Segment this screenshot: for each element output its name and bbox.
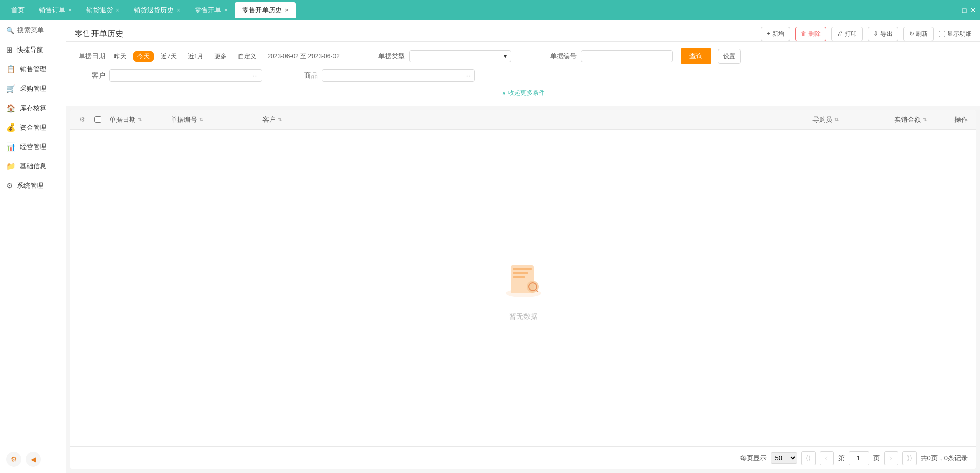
prev-page-btn[interactable]: ﹤ (820, 451, 834, 465)
date-last7-btn[interactable]: 近7天 (156, 51, 181, 62)
sidebar-item-finance-label: 资金管理 (20, 123, 46, 132)
first-page-btn[interactable]: ⟨⟨ (801, 451, 816, 465)
show-detail-text: 显示明细 (947, 30, 972, 38)
sidebar-item-inventory-label: 库存核算 (20, 104, 46, 113)
th-checkbox[interactable] (90, 116, 105, 123)
th-date[interactable]: 单据日期 ⇅ (105, 115, 166, 125)
total-label: 共0页，0条记录 (921, 454, 968, 463)
window-controls: — □ × (951, 5, 976, 16)
sidebar-item-system[interactable]: ⚙ 系统管理 (0, 176, 66, 195)
show-detail-label[interactable]: 显示明细 (939, 30, 972, 38)
per-page-label: 每页显示 (740, 454, 767, 463)
goods-select[interactable]: ··· (322, 69, 475, 82)
tab-sales-return-history[interactable]: 销货退货历史 × (127, 2, 187, 18)
date-more-btn[interactable]: 更多 (210, 51, 231, 62)
date-yesterday-btn[interactable]: 昨天 (109, 51, 131, 62)
table-header: ⚙ 单据日期 ⇅ 单据编号 ⇅ 客户 ⇅ 导购员 (70, 110, 976, 130)
table-area: ⚙ 单据日期 ⇅ 单据编号 ⇅ 客户 ⇅ 导购员 (70, 110, 976, 469)
settings-icon: ⚙ (79, 116, 85, 123)
operations-icon: 📊 (6, 142, 16, 152)
sidebar-settings-btn[interactable]: ⚙ (6, 452, 21, 467)
print-button[interactable]: 🖨 打印 (831, 27, 863, 41)
tab-sales-return-history-close[interactable]: × (177, 7, 180, 14)
sidebar-settings-icon: ⚙ (11, 455, 17, 463)
sidebar-search[interactable]: 🔍 搜索菜单 (0, 20, 66, 40)
sidebar-item-purchase-mgmt[interactable]: 🛒 采购管理 (0, 79, 66, 98)
th-customer[interactable]: 客户 ⇅ (258, 115, 808, 125)
filter-row-customer: 客户 ··· 商品 ··· (75, 69, 972, 82)
query-button[interactable]: 查询 (681, 48, 711, 64)
last-page-btn[interactable]: ⟩⟩ (902, 451, 917, 465)
sidebar-collapse-btn[interactable]: ◀ (26, 452, 41, 467)
sidebar-item-operations[interactable]: 📊 经营管理 (0, 137, 66, 157)
sidebar-item-basic-info[interactable]: 📁 基础信息 (0, 157, 66, 176)
sidebar-item-quick-nav-label: 快捷导航 (17, 45, 43, 55)
tab-retail-open-label: 零售开单 (195, 6, 221, 15)
svg-rect-4 (513, 276, 525, 278)
tab-retail-open-close[interactable]: × (224, 7, 228, 14)
th-guide[interactable]: 导购员 ⇅ (808, 115, 870, 125)
toolbar: + 新增 🗑 删除 🖨 打印 ⇩ 导出 ↻ 刷新 显示明细 (761, 27, 972, 41)
th-customer-sort-icon: ⇅ (278, 117, 282, 122)
doc-type-select[interactable]: ▾ (409, 50, 511, 62)
settings-button[interactable]: 设置 (718, 49, 741, 64)
close-btn[interactable]: × (970, 5, 976, 16)
customer-select[interactable]: ··· (109, 69, 262, 82)
tab-sales-order[interactable]: 销售订单 × (32, 2, 79, 18)
tab-sales-return-history-label: 销货退货历史 (134, 6, 174, 15)
next-page-btn[interactable]: ﹥ (884, 451, 898, 465)
sidebar-footer: ⚙ ◀ (0, 445, 66, 473)
th-guide-sort-icon: ⇅ (834, 117, 839, 122)
th-settings[interactable]: ⚙ (75, 116, 90, 123)
sidebar-item-system-label: 系统管理 (17, 181, 43, 190)
th-guide-label: 导购员 (812, 115, 832, 125)
th-op-label: 操作 (954, 115, 968, 125)
doc-no-input[interactable] (581, 50, 673, 62)
doc-type-dropdown-icon: ▾ (504, 53, 507, 60)
delete-button[interactable]: 🗑 删除 (795, 27, 826, 41)
sidebar-item-finance[interactable]: 💰 资金管理 (0, 118, 66, 137)
empty-text: 暂无数据 (509, 312, 538, 321)
page-input[interactable] (849, 451, 869, 465)
page-label-pre: 第 (838, 454, 845, 463)
goods-label: 商品 (287, 71, 318, 80)
tab-retail-history[interactable]: 零售开单历史 × (235, 2, 296, 18)
sidebar-item-sales-mgmt[interactable]: 📋 销售管理 (0, 60, 66, 79)
refresh-button[interactable]: ↻ 刷新 (903, 27, 934, 41)
tab-sales-return[interactable]: 销货退货 × (79, 2, 127, 18)
sidebar-item-basic-info-label: 基础信息 (20, 162, 46, 171)
collapse-btn[interactable]: ∧ 收起更多条件 (75, 87, 972, 99)
sales-mgmt-icon: 📋 (6, 65, 16, 74)
sidebar-collapse-icon: ◀ (31, 455, 36, 463)
maximize-btn[interactable]: □ (962, 6, 966, 14)
export-button[interactable]: ⇩ 导出 (868, 27, 898, 41)
purchase-mgmt-icon: 🛒 (6, 84, 16, 93)
sidebar-item-sales-mgmt-label: 销售管理 (20, 65, 46, 74)
filter-row-date: 单据日期 昨天 今天 近7天 近1月 更多 自定义 2023-06-02 至 2… (75, 48, 972, 64)
th-no[interactable]: 单据编号 ⇅ (166, 115, 258, 125)
tab-sales-return-close[interactable]: × (116, 7, 119, 14)
th-date-label: 单据日期 (109, 115, 136, 125)
date-group: 昨天 今天 近7天 近1月 更多 自定义 (109, 51, 261, 62)
main-layout: 🔍 搜索菜单 ⊞ 快捷导航 📋 销售管理 🛒 采购管理 🏠 库存核算 💰 资金管… (0, 20, 980, 473)
tab-retail-open[interactable]: 零售开单 × (187, 2, 235, 18)
date-range-display: 2023-06-02 至 2023-06-02 (267, 52, 339, 61)
minimize-btn[interactable]: — (951, 6, 958, 14)
sidebar-item-inventory[interactable]: 🏠 库存核算 (0, 98, 66, 118)
date-today-btn[interactable]: 今天 (133, 51, 154, 62)
show-detail-checkbox[interactable] (939, 31, 945, 37)
add-button[interactable]: + 新增 (761, 27, 790, 41)
tab-retail-history-close[interactable]: × (285, 7, 289, 14)
select-all-checkbox[interactable] (94, 116, 101, 123)
per-page-select[interactable]: 10 20 50 100 (771, 452, 797, 464)
page-label-post: 页 (873, 454, 880, 463)
customer-label: 客户 (75, 71, 105, 80)
sidebar-item-quick-nav[interactable]: ⊞ 快捷导航 (0, 40, 66, 60)
th-amount-label: 实销金额 (894, 115, 921, 125)
date-custom-btn[interactable]: 自定义 (233, 51, 261, 62)
tab-home[interactable]: 首页 (4, 2, 32, 18)
th-amount[interactable]: 实销金额 ⇅ (870, 115, 931, 125)
tab-sales-order-close[interactable]: × (68, 7, 72, 14)
th-amount-sort-icon: ⇅ (923, 117, 927, 122)
date-last-month-btn[interactable]: 近1月 (183, 51, 208, 62)
